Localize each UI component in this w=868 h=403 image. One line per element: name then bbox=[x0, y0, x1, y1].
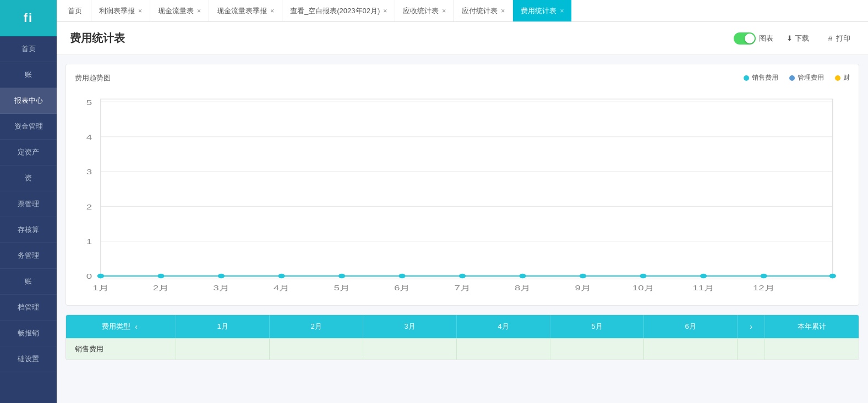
svg-point-15 bbox=[218, 274, 225, 278]
svg-text:2: 2 bbox=[86, 203, 92, 211]
table-header-m5: 5月 bbox=[550, 315, 644, 338]
tab-close-cashflow[interactable]: × bbox=[197, 7, 201, 15]
sidebar-item-business-mgmt[interactable]: 务管理 bbox=[0, 243, 57, 269]
print-button[interactable]: 🖨 打印 bbox=[822, 31, 855, 46]
legend-label-finance: 财 bbox=[843, 73, 850, 82]
tab-view-blank-report[interactable]: 查看_空白报表(2023年02月) × bbox=[282, 0, 395, 21]
svg-point-16 bbox=[278, 274, 285, 278]
table-nav-prev[interactable]: ‹ bbox=[133, 322, 140, 331]
tab-receivable-stats[interactable]: 应收统计表 × bbox=[395, 0, 454, 21]
svg-text:1: 1 bbox=[86, 238, 92, 245]
chart-toggle[interactable] bbox=[734, 32, 756, 45]
data-table-container: 费用类型 ‹ 1月 2月 3月 4月 5月 6月 › 本年累计 销售费用 bbox=[65, 314, 859, 360]
print-icon: 🖨 bbox=[827, 34, 834, 42]
svg-text:5月: 5月 bbox=[334, 284, 350, 291]
row-m6 bbox=[644, 339, 738, 360]
sidebar-logo: fi bbox=[0, 0, 57, 36]
chart-toggle-label: 图表 bbox=[759, 34, 773, 43]
chart-toggle-container: 图表 bbox=[734, 32, 773, 45]
svg-text:4: 4 bbox=[86, 134, 92, 141]
tab-expense-stats[interactable]: 费用统计表 × bbox=[513, 0, 572, 21]
table-nav-next[interactable]: › bbox=[747, 322, 755, 331]
tab-profit-quarterly[interactable]: 利润表季报 × bbox=[91, 0, 150, 21]
chart-legend: 销售费用 管理费用 财 bbox=[744, 73, 850, 82]
legend-item-sales: 销售费用 bbox=[744, 73, 778, 82]
svg-text:3: 3 bbox=[86, 168, 92, 175]
table-header: 费用类型 ‹ 1月 2月 3月 4月 5月 6月 › 本年累计 bbox=[66, 315, 859, 338]
svg-point-22 bbox=[640, 274, 647, 278]
svg-text:10月: 10月 bbox=[632, 284, 654, 291]
legend-dot-finance bbox=[835, 75, 840, 81]
sidebar-item-fund-mgmt[interactable]: 资金管理 bbox=[0, 114, 57, 140]
svg-text:9月: 9月 bbox=[575, 284, 591, 291]
svg-text:0: 0 bbox=[86, 273, 92, 280]
table-header-m4: 4月 bbox=[457, 315, 550, 338]
svg-text:1月: 1月 bbox=[92, 284, 108, 291]
row-type: 销售费用 bbox=[66, 339, 176, 360]
tab-payable-stats[interactable]: 应付统计表 × bbox=[454, 0, 513, 21]
row-m4 bbox=[457, 339, 550, 360]
row-m2 bbox=[270, 339, 363, 360]
table-header-m3: 3月 bbox=[363, 315, 457, 338]
svg-point-14 bbox=[157, 274, 165, 278]
tab-close-cashflow-quarterly[interactable]: × bbox=[270, 7, 274, 15]
svg-point-24 bbox=[760, 274, 767, 278]
tab-close-expense-stats[interactable]: × bbox=[560, 7, 564, 15]
svg-point-13 bbox=[97, 274, 105, 278]
sidebar-item-archive-mgmt[interactable]: 档管理 bbox=[0, 295, 57, 321]
tab-bar: 首页 利润表季报 × 现金流量表 × 现金流量表季报 × 查看_空白报表(202… bbox=[57, 0, 868, 22]
svg-text:12月: 12月 bbox=[753, 284, 775, 291]
download-icon: ⬇ bbox=[787, 34, 793, 42]
sidebar: fi 首页 账 报表中心 资金管理 定资产 资 票管理 存核算 务管理 账 档管… bbox=[0, 0, 57, 403]
legend-dot-mgmt bbox=[789, 75, 795, 81]
svg-text:6月: 6月 bbox=[394, 284, 410, 291]
page-header: 费用统计表 图表 ⬇ 下载 🖨 打印 bbox=[57, 22, 868, 55]
svg-text:8月: 8月 bbox=[515, 284, 531, 291]
page-body: 费用统计表 图表 ⬇ 下载 🖨 打印 费用趋势图 bbox=[57, 22, 868, 403]
sidebar-item-report-center[interactable]: 报表中心 bbox=[0, 88, 57, 114]
svg-point-18 bbox=[398, 274, 406, 278]
tab-close-payable-stats[interactable]: × bbox=[501, 7, 505, 15]
tab-home[interactable]: 首页 bbox=[59, 0, 91, 21]
sidebar-item-ledger[interactable]: 账 bbox=[0, 62, 57, 88]
svg-point-17 bbox=[339, 274, 346, 278]
tab-cashflow[interactable]: 现金流量表 × bbox=[150, 0, 209, 21]
legend-dot-sales bbox=[744, 75, 749, 81]
svg-point-19 bbox=[459, 274, 466, 278]
svg-text:5: 5 bbox=[86, 99, 92, 106]
table-header-type: 费用类型 ‹ bbox=[66, 315, 176, 338]
sidebar-item-home[interactable]: 首页 bbox=[0, 36, 57, 62]
row-nav bbox=[738, 339, 765, 360]
svg-text:3月: 3月 bbox=[213, 284, 229, 291]
sidebar-item-sales-return[interactable]: 畅报销 bbox=[0, 321, 57, 346]
header-actions: 图表 ⬇ 下载 🖨 打印 bbox=[734, 31, 855, 46]
table-header-ytd: 本年累计 bbox=[765, 315, 859, 338]
main-content: 首页 利润表季报 × 现金流量表 × 现金流量表季报 × 查看_空白报表(202… bbox=[57, 0, 868, 403]
tab-cashflow-quarterly[interactable]: 现金流量表季报 × bbox=[209, 0, 282, 21]
table-row: 销售费用 bbox=[66, 338, 859, 360]
svg-point-25 bbox=[829, 274, 836, 278]
sidebar-item-invoice-mgmt[interactable]: 票管理 bbox=[0, 191, 57, 217]
sidebar-item-assets[interactable]: 资 bbox=[0, 165, 57, 191]
tab-close-view-blank-report[interactable]: × bbox=[383, 7, 387, 15]
sidebar-item-accounts[interactable]: 账 bbox=[0, 269, 57, 295]
tab-close-receivable-stats[interactable]: × bbox=[442, 7, 446, 15]
chart-wrap: 5 4 3 2 1 0 bbox=[75, 87, 850, 296]
legend-item-finance: 财 bbox=[835, 73, 850, 82]
svg-text:11月: 11月 bbox=[692, 284, 714, 291]
legend-label-mgmt: 管理费用 bbox=[798, 73, 824, 82]
legend-label-sales: 销售费用 bbox=[752, 73, 778, 82]
tab-close-profit-quarterly[interactable]: × bbox=[138, 7, 142, 15]
table-header-m1: 1月 bbox=[176, 315, 270, 338]
svg-point-21 bbox=[580, 274, 587, 278]
sidebar-item-basic-settings[interactable]: 础设置 bbox=[0, 346, 57, 372]
row-ytd bbox=[765, 339, 859, 360]
download-button[interactable]: ⬇ 下载 bbox=[782, 31, 814, 46]
page-title: 费用统计表 bbox=[70, 31, 125, 46]
sidebar-item-fixed-assets[interactable]: 定资产 bbox=[0, 140, 57, 165]
sidebar-item-inventory-settle[interactable]: 存核算 bbox=[0, 217, 57, 243]
table-header-m6: 6月 bbox=[644, 315, 738, 338]
table-nav-next-cell: › bbox=[738, 315, 765, 338]
chart-container: 费用趋势图 销售费用 管理费用 财 bbox=[65, 64, 859, 306]
row-m1 bbox=[176, 339, 270, 360]
